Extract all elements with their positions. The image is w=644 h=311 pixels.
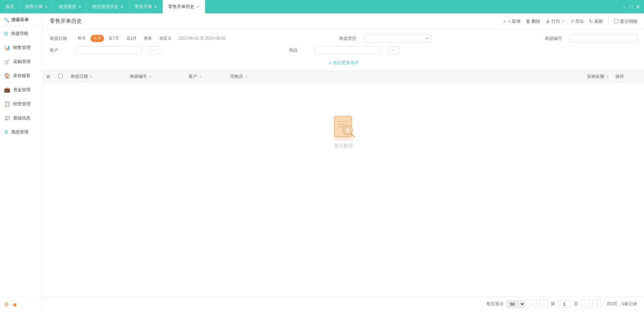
collapse-more-button[interactable]: ∧ 收起更多条件 (50, 58, 637, 66)
sort-icon: ⇅ (606, 75, 609, 79)
sidebar-item-inventory[interactable]: 🏠 库存核算 (0, 69, 43, 83)
minimize-button[interactable]: － (622, 3, 627, 10)
close-icon[interactable]: ✕ (196, 5, 199, 9)
window-close-button[interactable]: ✕ (636, 4, 640, 10)
date-options: 昨天 今天 近7天 近1月 更多 自定义 2023-06-02 至 2023-0… (75, 35, 226, 42)
per-page-label: 每页显示 (486, 301, 504, 307)
sidebar-item-sys-mgmt[interactable]: ⚙ 系统管理 (0, 125, 43, 139)
sidebar-item-label: 采购管理 (13, 59, 31, 65)
goods-input[interactable] (314, 46, 382, 54)
th-date[interactable]: 单据日期 ⇅ (67, 71, 126, 83)
customer-input[interactable] (75, 46, 142, 54)
per-page-select[interactable]: 50 100 200 (506, 300, 525, 308)
first-page-button[interactable]: ⟨⟨ (528, 300, 537, 308)
th-number[interactable]: 单据编号 ⇅ (126, 71, 185, 83)
print-button[interactable]: 🖨 打印 ▼ (546, 18, 565, 24)
divider (608, 19, 609, 24)
empty-state: 暂无数据 (43, 83, 644, 176)
filter-row-2: 客户 ··· 商品 ··· (50, 46, 637, 54)
table-area: ⚙ 单据日期 ⇅ 单据编号 ⇅ (43, 71, 644, 297)
sort-icon: ⇅ (149, 75, 152, 79)
sidebar-item-operations[interactable]: 📋 经营管理 (0, 97, 43, 111)
close-icon[interactable]: ✕ (120, 5, 123, 9)
purchase-icon: 🛒 (4, 59, 10, 65)
date-opt-custom[interactable]: 自定义 (157, 35, 174, 42)
th-amount[interactable]: 实销金额 ⇅ (553, 71, 612, 83)
close-icon[interactable]: ✕ (78, 5, 81, 9)
sidebar-item-quick-nav[interactable]: ⊞ 快捷导航 (0, 27, 43, 41)
page-title: 零售开单历史 (50, 18, 82, 25)
delete-button[interactable]: 🗑 删除 (526, 18, 540, 24)
export-button[interactable]: ↗ 导出 (570, 18, 584, 24)
page-number-input[interactable] (558, 301, 571, 308)
th-guide[interactable]: 导购员 ⇅ (227, 71, 277, 83)
gear-icon[interactable]: ⚙ (46, 74, 50, 79)
sort-icon: ⇅ (199, 75, 202, 79)
header-actions: ＋ + 新增 🗑 删除 🖨 打印 ▼ ↗ 导出 ↻ (502, 18, 637, 24)
tab-home[interactable]: 首页 (0, 0, 20, 13)
tab-retail-open[interactable]: 零售开单 ✕ (129, 0, 163, 13)
date-opt-7days[interactable]: 近7天 (106, 35, 122, 42)
content-area: 零售开单历史 ＋ + 新增 🗑 删除 🖨 打印 ▼ ↗ 导出 (43, 13, 644, 311)
export-icon: ↗ (570, 19, 574, 24)
close-icon[interactable]: ✕ (45, 5, 48, 9)
main-layout: 🔍 搜索采单 ⊞ 快捷导航 📊 销售管理 🛒 采购管理 🏠 库存核算 💼 资金管… (0, 13, 644, 311)
empty-text: 暂无数据 (334, 143, 353, 149)
operations-icon: 📋 (4, 101, 10, 107)
sidebar-item-label: 快捷导航 (11, 31, 29, 37)
prev-page-button[interactable]: ＜ (539, 300, 548, 308)
date-opt-yesterday[interactable]: 昨天 (75, 35, 89, 42)
page-label: 第 (551, 301, 555, 307)
quick-nav-icon: ⊞ (4, 31, 8, 37)
basic-info-icon: 📰 (4, 115, 10, 121)
refresh-button[interactable]: ↻ 刷新 (589, 18, 603, 24)
settings-icon[interactable]: ⚙ (4, 301, 9, 308)
chevron-up-icon: ∧ (328, 60, 332, 65)
maximize-button[interactable]: □ (630, 4, 633, 10)
sidebar-item-label: 基础信息 (13, 115, 31, 121)
next-page-button[interactable]: ＞ (581, 300, 590, 308)
date-label: 单据日期 (50, 36, 68, 42)
tab-retail-open-history[interactable]: 零售开单历史 ✕ (163, 0, 205, 13)
doc-type-select[interactable] (364, 34, 432, 43)
collapse-sidebar-icon[interactable]: ◀ (12, 301, 16, 308)
sidebar-item-basic-info[interactable]: 📰 基础信息 (0, 111, 43, 125)
sort-icon: ⇅ (245, 75, 248, 79)
date-opt-more[interactable]: 更多 (141, 35, 155, 42)
sys-icon: ⚙ (4, 129, 8, 135)
sidebar-item-finance[interactable]: 💼 资金管理 (0, 83, 43, 97)
th-checkbox (55, 71, 67, 83)
th-spacer (277, 71, 553, 83)
inventory-icon: 🏠 (4, 73, 10, 79)
tab-sales-order[interactable]: 销售订单 ✕ (20, 0, 53, 13)
filter-row-1: 单据日期 昨天 今天 近7天 近1月 更多 自定义 2023-06-02 至 2… (50, 34, 637, 43)
show-detail-label-text: 显示明细 (620, 18, 637, 24)
close-icon[interactable]: ✕ (154, 5, 157, 9)
doc-type-select-wrapper: ▼ (364, 34, 432, 43)
tab-sales-return-history[interactable]: 销货退货历史 ✕ (87, 0, 129, 13)
tab-sales-return[interactable]: 销货退货 ✕ (53, 0, 87, 13)
date-opt-1month[interactable]: 近1月 (124, 35, 140, 42)
th-customer[interactable]: 客户 ⇅ (185, 71, 227, 83)
last-page-button[interactable]: ⟩⟩ (592, 300, 601, 308)
sidebar-search-label: 搜索采单 (11, 17, 29, 23)
select-all-checkbox[interactable] (58, 74, 63, 78)
show-detail-check[interactable] (614, 19, 618, 23)
show-detail-checkbox[interactable]: 显示明细 (614, 18, 637, 24)
goods-dots-button[interactable]: ··· (388, 46, 399, 54)
sales-icon: 📊 (4, 45, 10, 51)
customer-dots-button[interactable]: ··· (149, 46, 160, 54)
th-settings[interactable]: ⚙ (43, 71, 55, 83)
sort-icon: ⇅ (90, 75, 93, 79)
new-button[interactable]: ＋ + 新增 (502, 18, 521, 24)
sidebar-search[interactable]: 🔍 搜索采单 (0, 13, 43, 27)
sidebar-item-sales-mgmt[interactable]: 📊 销售管理 (0, 41, 43, 55)
table-body: 暂无数据 (43, 83, 644, 176)
date-opt-today[interactable]: 今天 (91, 35, 104, 42)
chevron-down-icon: ▼ (561, 19, 565, 23)
search-icon: 🔍 (4, 17, 9, 22)
sidebar-item-purchase-mgmt[interactable]: 🛒 采购管理 (0, 55, 43, 69)
finance-icon: 💼 (4, 87, 10, 93)
svg-point-0 (334, 137, 354, 141)
doc-num-input[interactable] (570, 34, 637, 43)
